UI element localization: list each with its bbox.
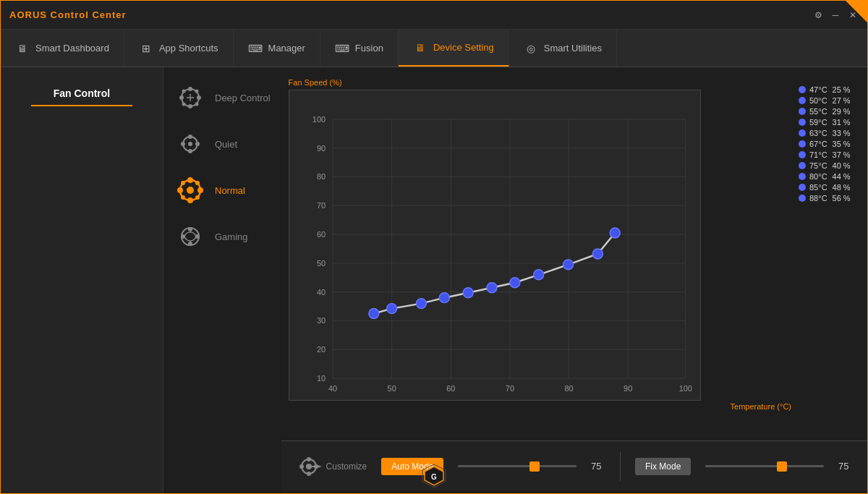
deep-control-label: Deep Control <box>215 93 271 103</box>
quiet-label: Quiet <box>215 139 237 150</box>
auto-mode-thumb[interactable] <box>529 461 540 472</box>
fix-mode-value: 75 <box>838 461 853 472</box>
svg-point-19 <box>197 187 203 193</box>
chart-legend: 47°C 25 % 50°C 27 % 55°C 29 % <box>795 71 867 440</box>
svg-text:60: 60 <box>446 384 455 393</box>
device-setting-icon: 🖥 <box>413 41 427 55</box>
svg-point-25 <box>195 181 200 185</box>
svg-point-2 <box>188 104 192 108</box>
svg-point-69 <box>439 293 449 303</box>
legend-item-5: 67°C 35 % <box>799 140 864 148</box>
legend-dot-8 <box>799 173 806 180</box>
sidebar-title: Fan Control <box>31 82 132 106</box>
legend-dot-2 <box>799 108 806 115</box>
controls-divider <box>620 452 621 481</box>
tab-device-setting[interactable]: 🖥 Device Setting <box>399 30 509 67</box>
mode-gaming[interactable]: Gaming <box>174 221 271 252</box>
mode-normal[interactable]: Normal <box>174 174 271 206</box>
legend-item-0: 47°C 25 % <box>799 85 864 94</box>
svg-point-78 <box>307 457 311 461</box>
svg-point-15 <box>181 142 185 146</box>
tab-smart-utilities[interactable]: ◎ Smart Utilities <box>509 30 617 67</box>
app-window: AORUS Control Center ⚙ ─ ✕ 🖥 Smart Dashb… <box>0 0 868 494</box>
svg-text:80: 80 <box>564 384 573 393</box>
svg-point-22 <box>187 187 194 194</box>
svg-point-12 <box>188 135 192 139</box>
svg-text:70: 70 <box>317 201 326 210</box>
smart-utilities-icon: ◎ <box>524 41 538 56</box>
svg-point-23 <box>181 181 185 185</box>
legend-dot-7 <box>799 162 806 169</box>
svg-point-28 <box>188 227 192 231</box>
title-bar: AORUS Control Center ⚙ ─ ✕ <box>1 1 867 30</box>
svg-text:10: 10 <box>317 374 326 383</box>
fix-mode-button[interactable]: Fix Mode <box>635 458 691 475</box>
svg-point-21 <box>177 187 183 193</box>
minimize-button[interactable]: ─ <box>830 9 841 21</box>
svg-point-70 <box>463 288 473 298</box>
svg-point-14 <box>188 149 192 153</box>
svg-text:40: 40 <box>317 288 326 297</box>
fan-chart: 100 90 80 70 60 50 40 30 20 10 40 50 60 <box>289 90 701 401</box>
svg-point-80 <box>307 472 311 476</box>
fix-mode-thumb[interactable] <box>777 461 787 472</box>
svg-text:70: 70 <box>505 384 514 393</box>
svg-text:50: 50 <box>387 384 396 393</box>
app-title: AORUS Control Center <box>9 9 812 20</box>
svg-point-30 <box>188 242 192 246</box>
svg-text:80: 80 <box>317 172 326 181</box>
svg-point-67 <box>386 304 396 314</box>
auto-mode-slider[interactable] <box>458 465 576 467</box>
svg-point-18 <box>187 177 193 183</box>
svg-text:G: G <box>431 473 437 481</box>
normal-label: Normal <box>215 185 245 196</box>
svg-point-26 <box>181 195 185 200</box>
legend-item-1: 50°C 27 % <box>799 96 864 105</box>
manager-icon: ⌨ <box>248 41 263 56</box>
svg-point-3 <box>179 95 184 100</box>
svg-text:100: 100 <box>678 384 692 393</box>
normal-icon <box>174 174 206 206</box>
mode-deep-control[interactable]: Deep Control <box>174 82 271 114</box>
svg-point-71 <box>487 283 497 293</box>
window-controls: ⚙ ─ ✕ <box>812 9 859 21</box>
customize-fan-icon <box>296 453 322 480</box>
fix-mode-slider[interactable] <box>705 465 824 467</box>
svg-point-24 <box>195 195 200 200</box>
tab-smart-dashboard[interactable]: 🖥 Smart Dashboard <box>1 30 124 67</box>
close-button[interactable]: ✕ <box>847 9 859 21</box>
y-axis-label: Fan Speed (%) <box>289 78 791 87</box>
bottom-controls: Customize Auto Mode 75 Fix Mode 75 <box>281 440 867 491</box>
gigabyte-logo: G <box>421 463 447 489</box>
tab-bar: 🖥 Smart Dashboard ⊞ App Shortcuts ⌨ Mana… <box>1 30 867 67</box>
tab-app-shortcuts[interactable]: ⊞ App Shortcuts <box>124 30 234 67</box>
legend-dot-5 <box>799 140 806 148</box>
tab-fusion[interactable]: ⌨ Fusion <box>320 30 399 67</box>
auto-mode-value: 75 <box>591 461 605 472</box>
svg-text:60: 60 <box>317 230 326 239</box>
mode-quiet[interactable]: Quiet <box>174 128 271 160</box>
svg-point-5 <box>182 90 186 93</box>
legend-dot-3 <box>799 119 806 126</box>
tab-manager[interactable]: ⌨ Manager <box>234 30 320 67</box>
svg-point-6 <box>195 103 199 106</box>
svg-point-72 <box>510 278 520 288</box>
deep-control-icon <box>174 82 206 114</box>
svg-text:90: 90 <box>317 144 326 153</box>
legend-item-3: 59°C 31 % <box>799 118 864 127</box>
svg-point-1 <box>188 87 192 91</box>
svg-text:40: 40 <box>328 384 337 393</box>
legend-item-8: 80°C 44 % <box>799 172 864 181</box>
svg-marker-84 <box>318 465 322 468</box>
svg-text:30: 30 <box>317 316 326 325</box>
svg-text:20: 20 <box>317 345 326 354</box>
main-content: Fan Control <box>1 67 867 494</box>
svg-point-81 <box>299 464 304 469</box>
svg-point-76 <box>610 228 620 238</box>
svg-point-8 <box>182 103 186 106</box>
fusion-icon: ⌨ <box>335 41 349 56</box>
customize-label: Customize <box>326 461 367 472</box>
svg-point-4 <box>197 95 201 100</box>
svg-point-16 <box>188 142 192 146</box>
settings-icon[interactable]: ⚙ <box>812 9 824 21</box>
